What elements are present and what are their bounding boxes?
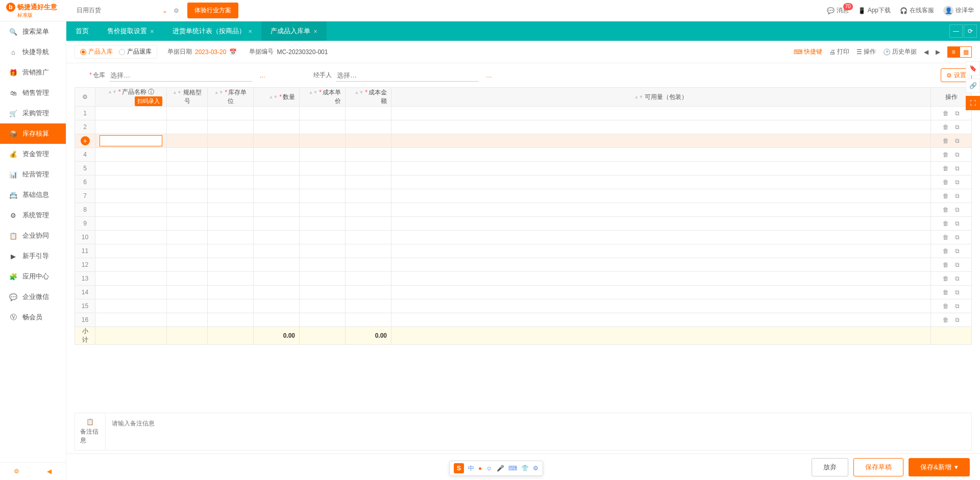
cell-spec[interactable] bbox=[167, 299, 208, 313]
copy-row-icon[interactable]: ⧉ bbox=[955, 261, 960, 268]
cell-unit[interactable] bbox=[208, 272, 254, 286]
cell-spec[interactable] bbox=[167, 148, 208, 162]
cell-amount[interactable] bbox=[346, 134, 391, 148]
delete-row-icon[interactable]: 🗑 bbox=[943, 123, 949, 131]
sidebar-item[interactable]: 🧩应用中心 bbox=[0, 266, 66, 287]
rail-tag-icon[interactable]: 🔖 bbox=[966, 61, 980, 75]
cell-qty[interactable] bbox=[254, 120, 300, 134]
cell-spec[interactable] bbox=[167, 134, 208, 148]
cell-product[interactable] bbox=[95, 134, 167, 148]
table-row[interactable]: + 🗑⧉ bbox=[75, 134, 972, 148]
cell-amount[interactable] bbox=[346, 286, 391, 299]
cell-unit[interactable] bbox=[208, 313, 254, 327]
table-row[interactable]: 14 🗑⧉ bbox=[75, 286, 972, 299]
cell-amount[interactable] bbox=[346, 217, 391, 231]
cell-qty[interactable] bbox=[254, 148, 300, 162]
prev-doc-button[interactable]: ◀ bbox=[924, 48, 928, 56]
sidebar-item[interactable]: ⌂快捷导航 bbox=[0, 42, 66, 62]
remark-input[interactable] bbox=[106, 413, 971, 450]
table-row[interactable]: 16 🗑⧉ bbox=[75, 313, 972, 327]
cell-product[interactable] bbox=[95, 313, 167, 327]
cell-price[interactable] bbox=[300, 134, 346, 148]
cell-product[interactable] bbox=[95, 120, 167, 134]
col-price[interactable]: ▲▼*成本单价 bbox=[300, 88, 346, 107]
sidebar-item[interactable]: 📋企业协同 bbox=[0, 225, 66, 246]
tab[interactable]: 进货单统计表（按商品）× bbox=[163, 21, 262, 41]
cell-product[interactable] bbox=[95, 189, 167, 203]
copy-row-icon[interactable]: ⧉ bbox=[955, 110, 960, 117]
view-card-icon[interactable]: ▦ bbox=[960, 46, 972, 58]
sidebar-item[interactable]: 💬企业微信 bbox=[0, 287, 66, 307]
delete-row-icon[interactable]: 🗑 bbox=[943, 261, 949, 268]
cell-amount[interactable] bbox=[346, 162, 391, 175]
cell-spec[interactable] bbox=[167, 286, 208, 299]
cell-unit[interactable] bbox=[208, 107, 254, 120]
table-row[interactable]: 1 🗑⧉ bbox=[75, 107, 972, 120]
sidebar-item[interactable]: 🔍搜索菜单 bbox=[0, 21, 66, 42]
delete-row-icon[interactable]: 🗑 bbox=[943, 192, 949, 199]
cell-unit[interactable] bbox=[208, 244, 254, 258]
cell-product[interactable] bbox=[95, 286, 167, 299]
cell-product[interactable] bbox=[95, 217, 167, 231]
cell-spec[interactable] bbox=[167, 231, 208, 244]
sidebar-item[interactable]: 📇基础信息 bbox=[0, 185, 66, 205]
cell-product[interactable] bbox=[95, 203, 167, 217]
cell-qty[interactable] bbox=[254, 313, 300, 327]
cell-product[interactable] bbox=[95, 107, 167, 120]
sidebar-item[interactable]: 📊经营管理 bbox=[0, 164, 66, 185]
cell-price[interactable] bbox=[300, 120, 346, 134]
sidebar-item[interactable]: 💰资金管理 bbox=[0, 144, 66, 164]
scan-button[interactable]: 扫码录入 bbox=[135, 96, 162, 106]
cell-price[interactable] bbox=[300, 175, 346, 189]
cell-amount[interactable] bbox=[346, 244, 391, 258]
discard-button[interactable]: 放弃 bbox=[812, 458, 848, 476]
cell-price[interactable] bbox=[300, 244, 346, 258]
cell-price[interactable] bbox=[300, 272, 346, 286]
cell-amount[interactable] bbox=[346, 272, 391, 286]
view-list-icon[interactable]: ≡ bbox=[947, 46, 960, 58]
copy-row-icon[interactable]: ⧉ bbox=[955, 151, 960, 158]
cell-unit[interactable] bbox=[208, 175, 254, 189]
calendar-icon[interactable]: 📅 bbox=[229, 48, 237, 56]
tab-minimize-button[interactable]: — bbox=[949, 24, 963, 38]
cell-spec[interactable] bbox=[167, 203, 208, 217]
cell-price[interactable] bbox=[300, 299, 346, 313]
sidebar-item[interactable]: ⚙系统管理 bbox=[0, 205, 66, 225]
cell-qty[interactable] bbox=[254, 162, 300, 175]
cell-amount[interactable] bbox=[346, 313, 391, 327]
save-draft-button[interactable]: 保存草稿 bbox=[853, 458, 903, 476]
cell-unit[interactable] bbox=[208, 231, 254, 244]
rail-expand-icon[interactable]: ⛶ bbox=[966, 96, 980, 110]
cell-unit[interactable] bbox=[208, 299, 254, 313]
cell-unit[interactable] bbox=[208, 148, 254, 162]
cell-qty[interactable] bbox=[254, 189, 300, 203]
sidebar-item[interactable]: 📦库存核算 bbox=[0, 123, 66, 144]
cell-product[interactable] bbox=[95, 244, 167, 258]
delete-row-icon[interactable]: 🗑 bbox=[943, 275, 949, 282]
cell-price[interactable] bbox=[300, 107, 346, 120]
cell-spec[interactable] bbox=[167, 244, 208, 258]
copy-row-icon[interactable]: ⧉ bbox=[955, 123, 960, 131]
cell-unit[interactable] bbox=[208, 134, 254, 148]
copy-row-icon[interactable]: ⧉ bbox=[955, 192, 960, 199]
sidebar-item[interactable]: Ⓥ畅会员 bbox=[0, 307, 66, 327]
col-unit[interactable]: ▲▼*库存单位 bbox=[208, 88, 254, 107]
cell-amount[interactable] bbox=[346, 107, 391, 120]
cell-product[interactable] bbox=[95, 299, 167, 313]
cell-qty[interactable] bbox=[254, 272, 300, 286]
sidebar-item[interactable]: 🛍销售管理 bbox=[0, 83, 66, 103]
col-product[interactable]: ▲▼*产品名称 ⓘ 扫码录入 bbox=[95, 88, 167, 107]
cell-amount[interactable] bbox=[346, 175, 391, 189]
cell-unit[interactable] bbox=[208, 286, 254, 299]
cell-qty[interactable] bbox=[254, 286, 300, 299]
cell-amount[interactable] bbox=[346, 148, 391, 162]
hotkey-button[interactable]: ⌨ 快捷键 bbox=[794, 47, 822, 56]
table-row[interactable]: 7 🗑⧉ bbox=[75, 189, 972, 203]
user-menu[interactable]: 👤 徐泽华 bbox=[943, 6, 974, 16]
sidebar-collapse-icon[interactable]: ◀ bbox=[33, 463, 66, 480]
cell-price[interactable] bbox=[300, 313, 346, 327]
cell-spec[interactable] bbox=[167, 258, 208, 272]
operate-button[interactable]: ☰ 操作 bbox=[856, 47, 876, 56]
tab-refresh-button[interactable]: ⟳ bbox=[964, 24, 977, 38]
cell-price[interactable] bbox=[300, 217, 346, 231]
